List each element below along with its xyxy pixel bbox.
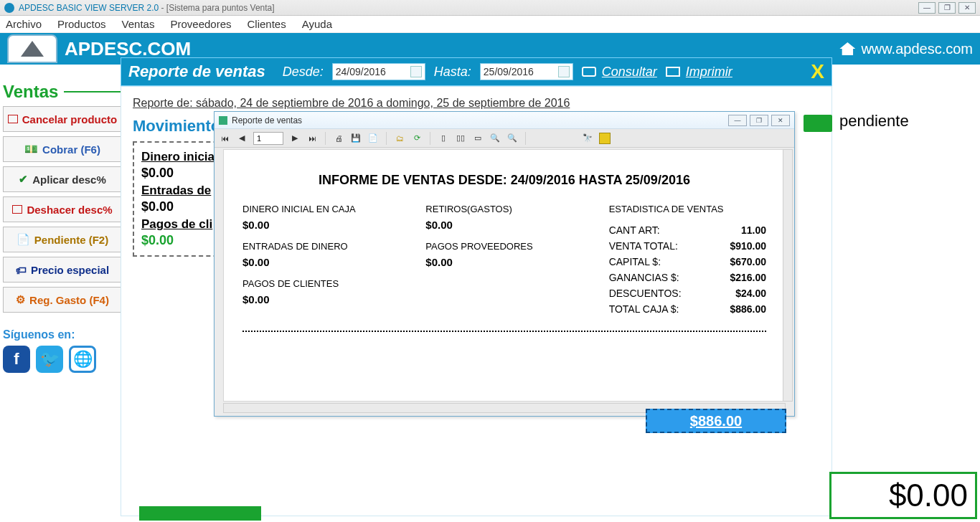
ventas-title-text: Ventas [3, 82, 58, 102]
col2-retiros-h: RETIROS(GASTOS) [425, 204, 583, 214]
viewer-toolbar: ⏮ ◀ ▶ ⏭ 🖨 💾 📄 🗂 ⟳ ▯ ▯▯ ▭ 🔍 🔍 🔭 [215, 129, 794, 148]
last-page-icon[interactable]: ⏭ [306, 133, 318, 144]
stats-row: TOTAL CAJA $:$886.00 [609, 303, 766, 315]
hasta-label: Hasta: [434, 65, 471, 80]
globe-icon[interactable]: 🌐 [69, 346, 96, 373]
grand-total: $0.00 [829, 472, 977, 519]
page-width-icon[interactable]: ▭ [472, 133, 484, 144]
viewer-titlebar: Reporte de ventas — ❐ ✕ [215, 112, 794, 129]
brand-text: APDESC.COM [65, 38, 191, 60]
follow-label: Síguenos en: [3, 328, 123, 341]
window-close-button[interactable]: ✕ [958, 2, 976, 14]
stats-row: CAPITAL $:$670.00 [609, 256, 766, 267]
page-single-icon[interactable]: ▯ [438, 133, 449, 144]
col2-pagos-prov-h: PAGOS PROVEEDORES [425, 241, 583, 252]
col3-title: ESTADISTICA DE VENTAS [609, 204, 766, 214]
home-icon [839, 42, 855, 55]
brand-logo [7, 34, 57, 63]
refresh-icon[interactable]: ⟳ [411, 133, 423, 144]
stats-row-key: GANANCIAS $: [609, 272, 679, 283]
printer-icon [666, 67, 680, 77]
next-page-icon[interactable]: ▶ [289, 133, 301, 144]
stats-row-key: CAPITAL $: [609, 256, 661, 267]
viewer-minimize-button[interactable]: — [728, 115, 747, 126]
prev-page-icon[interactable]: ◀ [236, 133, 248, 144]
col1-dinero-inicial-v: $0.00 [242, 219, 400, 231]
menu-proveedores[interactable]: Proveedores [170, 18, 231, 30]
window-title-suffix: - [Sistema para puntos Venta] [159, 3, 274, 13]
desde-date-input[interactable]: 24/09/2016 [332, 63, 425, 80]
consultar-link[interactable]: Consultar [582, 65, 657, 80]
calendar-icon[interactable] [410, 66, 422, 77]
print-icon[interactable]: 🖨 [333, 133, 344, 144]
social-row: f 🐦 🌐 [3, 346, 123, 373]
panel-close-button[interactable]: X [811, 60, 824, 83]
stats-row: VENTA TOTAL:$910.00 [609, 240, 766, 252]
viewer-title-text: Reporte de ventas [232, 115, 302, 125]
zoom-in-icon[interactable]: 🔍 [507, 133, 518, 144]
window-title-prefix: APDESC BASIC VIEW SERVER 2.0 [19, 3, 159, 13]
stats-row-value: $910.00 [730, 240, 766, 252]
stats-row-key: CANT ART: [609, 224, 660, 236]
page-multi-icon[interactable]: ▯▯ [455, 133, 466, 144]
aplicar-desc-button[interactable]: ✔Aplicar desc% [3, 166, 122, 192]
precio-especial-button[interactable]: 🏷Precio especial [3, 257, 122, 283]
viewer-vertical-scrollbar[interactable] [783, 149, 793, 402]
exit-icon[interactable] [599, 133, 611, 144]
twitter-icon[interactable]: 🐦 [36, 346, 63, 373]
window-maximize-button[interactable]: ❐ [938, 2, 956, 14]
page-number-input[interactable] [253, 132, 283, 145]
stats-row: CANT ART:11.00 [609, 224, 766, 236]
col1-pagos-cli-v: $0.00 [242, 293, 400, 305]
ventas-title: Ventas [3, 82, 123, 102]
window-minimize-button[interactable]: — [918, 2, 936, 14]
zoom-out-icon[interactable]: 🔍 [489, 133, 501, 144]
report-caption: Reporte de: sábado, 24 de septiembre de … [133, 97, 823, 110]
facebook-icon[interactable]: f [3, 346, 30, 373]
stats-row-key: TOTAL CAJA $: [609, 303, 679, 315]
menu-ayuda[interactable]: Ayuda [302, 18, 332, 30]
pendiente-label: pendiente [839, 112, 909, 130]
deshacer-desc-button[interactable]: Deshacer desc% [3, 196, 122, 222]
pendiente-button[interactable]: 📄Pendiente (F2) [3, 227, 122, 252]
menu-archivo[interactable]: Archivo [6, 18, 42, 30]
viewer-document[interactable]: INFORME DE VENTAS DESDE: 24/09/2016 HAST… [223, 149, 786, 402]
cobrar-button[interactable]: 💵Cobrar (F6) [3, 136, 122, 162]
window-title: APDESC BASIC VIEW SERVER 2.0 - [Sistema … [19, 3, 275, 13]
viewer-close-button[interactable]: ✕ [771, 115, 790, 126]
save-icon[interactable]: 💾 [350, 133, 362, 144]
copy-icon[interactable]: 📄 [367, 133, 379, 144]
desde-label: Desde: [283, 65, 324, 80]
monitor-icon [582, 67, 596, 77]
col2-pagos-prov-v: $0.00 [425, 256, 583, 268]
stats-row-key: VENTA TOTAL: [609, 240, 678, 252]
viewer-maximize-button[interactable]: ❐ [750, 115, 768, 126]
first-page-icon[interactable]: ⏮ [219, 133, 230, 144]
dotted-divider [242, 331, 766, 332]
binoculars-icon[interactable]: 🔭 [582, 133, 593, 144]
col2-retiros-v: $0.00 [425, 219, 583, 231]
doc-title: INFORME DE VENTAS DESDE: 24/09/2016 HAST… [242, 173, 766, 188]
imprimir-link[interactable]: Imprimir [666, 65, 732, 80]
menu-ventas[interactable]: Ventas [122, 18, 155, 30]
hasta-date-input[interactable]: 25/09/2016 [480, 63, 573, 80]
report-viewer-window: Reporte de ventas — ❐ ✕ ⏮ ◀ ▶ ⏭ 🖨 💾 📄 🗂 … [214, 111, 795, 417]
stats-row-value: 11.00 [741, 224, 766, 236]
window-titlebar: APDESC BASIC VIEW SERVER 2.0 - [Sistema … [0, 0, 980, 16]
brand-site-link[interactable]: www.apdesc.com [861, 41, 973, 57]
calendar-icon[interactable] [558, 66, 570, 77]
menubar: Archivo Productos Ventas Proveedores Cli… [0, 16, 980, 33]
stats-row-value: $886.00 [730, 303, 766, 315]
menu-clientes[interactable]: Clientes [248, 18, 286, 30]
report-title: Reporte de ventas [128, 62, 265, 81]
stats-row-value: $216.00 [730, 272, 766, 283]
cancelar-producto-button[interactable]: Cancelar producto [3, 106, 122, 132]
col1-pagos-cli-h: PAGOS DE CLIENTES [242, 278, 400, 289]
reg-gasto-button[interactable]: ⚙Reg. Gasto (F4) [3, 287, 122, 313]
col1-dinero-inicial-h: DINERO INICIAL EN CAJA [242, 204, 400, 214]
viewer-app-icon [219, 116, 227, 125]
col1-entradas-h: ENTRADAS DE DINERO [242, 241, 400, 252]
tree-icon[interactable]: 🗂 [394, 133, 405, 144]
menu-productos[interactable]: Productos [57, 18, 106, 30]
highlighted-total: $886.00 [646, 409, 786, 433]
